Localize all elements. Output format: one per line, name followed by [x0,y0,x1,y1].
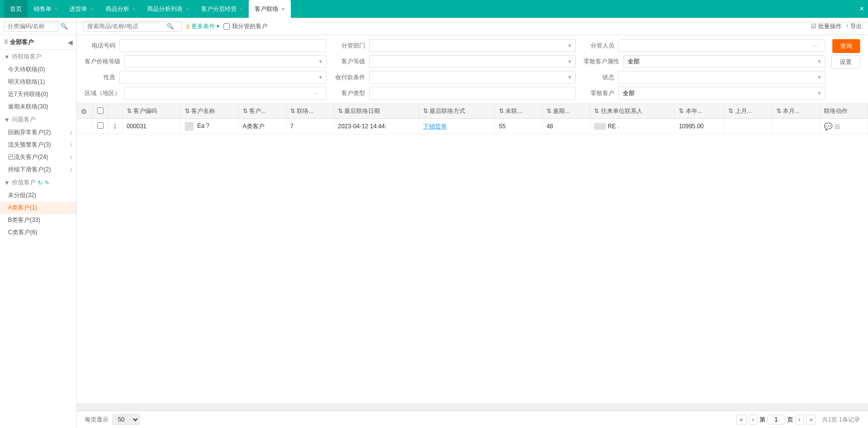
region-select[interactable]: ··· [124,87,326,100]
nav-tab-goods-analysis-label: 商品分析 [106,5,129,13]
value-section-edit-icon[interactable]: ✎ [45,179,50,186]
page-number-input[interactable] [767,415,785,425]
sidebar-search-icon[interactable]: 🔍 [60,23,68,30]
next-page-btn[interactable]: › [795,415,804,425]
region-dots-icon[interactable]: ··· [311,90,322,97]
sidebar-item-class-b[interactable]: B类客户(33) [0,214,76,226]
all-customers-label[interactable]: 全部客户 [10,38,34,47]
class-b-count: (33) [30,216,40,223]
grid-action-icon[interactable]: ⊞ [834,122,840,130]
sidebar-collapse-btn[interactable]: ◀ [68,39,72,46]
col-this-year-sort-icon: ⇅ [679,107,684,114]
search-submit-icon[interactable]: 🔍 [166,23,174,30]
more-filters-btn[interactable]: ⧖ 更多条件 ▾ [186,22,219,31]
sidebar-section-problem[interactable]: ▼ 问题客户 [0,113,76,126]
col-customer-code-header: ⇅ 客户编码 [122,104,180,119]
nature-select[interactable]: ▾ [119,71,326,84]
sidebar-section-value[interactable]: ▼ 价值客户 ↻ ✎ [0,176,76,189]
last-page-btn[interactable]: » [806,415,816,425]
sidebar-search-input[interactable] [4,21,58,32]
first-page-btn[interactable]: « [736,415,747,425]
col-last-contact-method-sort-icon: ⇅ [423,107,428,114]
col-customer-name-header: ⇅ 客户名称 [180,104,238,119]
retail-customer-select[interactable]: 全部 ▾ [618,87,825,100]
retail-attr-label: 零散客户属性 [584,57,623,66]
select-all-checkbox[interactable] [97,107,104,114]
col-no-contact-header: ⇅ 未联... [494,104,542,119]
nav-tab-sales-close[interactable]: × [54,6,57,12]
nav-tab-customer-contact-label: 客户联络 [255,5,278,13]
nav-tab-home[interactable]: 首页 [4,0,28,18]
chat-action-icon[interactable]: 💬 [824,122,832,130]
sidebar-item-declining[interactable]: 持续下滑客户(2) ℹ [0,163,76,176]
row-no-contact-cell: 55 [494,119,542,134]
sidebar-section-pending[interactable]: ▼ 待联络客户 [0,50,76,63]
sidebar-item-ungrouped[interactable]: 未分组(32) [0,189,76,202]
top-nav-close-all[interactable]: × [860,4,864,13]
col-contact-action-header: 联络动作 [819,104,868,119]
table-header-row: ⚙ ⇅ 客户编码 ⇅ 客户名称 ⇅ 客户... [77,104,868,119]
row-contact-action-cell: 💬 ⊞ [819,119,868,134]
phone-input[interactable] [119,39,326,52]
retail-customer-field: 零散客户 全部 ▾ [584,87,825,100]
horizontal-scrollbar[interactable] [77,404,868,411]
retail-attr-select[interactable]: 全部 ▾ [623,55,825,68]
manager-select[interactable]: ··· [618,39,825,52]
row-checkbox[interactable] [97,122,104,129]
table-settings-icon[interactable]: ⚙ [81,107,87,115]
nav-tab-goods-analysis-list[interactable]: 商品分析列表 × [141,0,195,18]
my-customers-filter: 我分管的客户 [223,22,268,31]
col-customer-type-sort-icon: ⇅ [243,107,248,114]
sidebar-item-churned[interactable]: 已流失客户(24) ℹ [0,151,76,163]
nature-arrow-icon: ▾ [319,74,322,81]
search-input[interactable] [87,23,166,30]
sidebar-item-class-c[interactable]: C类客户(6) [0,226,76,239]
value-section-refresh-icon[interactable]: ↻ [38,179,43,186]
payment-select[interactable]: ▾ [369,71,576,84]
customer-level-select[interactable]: ▾ [369,55,576,68]
class-c-count: (6) [30,229,38,236]
export-btn[interactable]: ↑ 导出 [846,22,862,31]
bottom-bar: 每页显示 50 100 200 « ‹ 第 页 › » 共1页 1条记录 [77,411,868,428]
more-filters-arrow-icon: ▾ [217,23,219,30]
query-button[interactable]: 查询 [832,39,860,53]
col-last-contact-date-header: ⇅ 最后联络日期 [334,104,419,119]
sidebar-item-class-a[interactable]: A类客户(1) [0,202,76,214]
price-level-field: 客户价格等级 ▾ [85,55,326,68]
nav-tab-goods-analysis-list-close[interactable]: × [186,6,189,12]
per-page-select[interactable]: 50 100 200 [112,414,140,425]
price-level-select[interactable]: ▾ [124,55,326,68]
customer-type-input[interactable] [369,87,576,100]
sidebar-item-today-pending[interactable]: 今天待联络(0) [0,63,76,76]
nav-tab-customer-contact[interactable]: 客户联络 × [249,0,290,18]
sidebar-item-churn-warning[interactable]: 流失预警客户(3) ℹ [0,139,76,151]
batch-operation-btn[interactable]: ☑ 批量操作 [811,22,842,31]
manager-dots-icon[interactable]: ··· [810,42,821,49]
sidebar-item-abnormal-repurchase[interactable]: 回购异常客户(2) ℹ [0,126,76,139]
sidebar-search-area: 🔍 [0,18,76,35]
col-this-month-header: ⇅ 本月... [772,104,819,119]
prev-page-btn[interactable]: ‹ [749,415,758,425]
nav-tab-customer-segment[interactable]: 客户分层经营 × [195,0,249,18]
status-label: 状态 [584,73,618,82]
nav-tab-purchase-close[interactable]: × [90,6,93,12]
sidebar-item-tomorrow-pending[interactable]: 明天待联络(1) [0,76,76,88]
my-customers-checkbox[interactable] [223,23,230,30]
setting-button[interactable]: 设置 [831,55,860,69]
status-select[interactable]: ▾ [618,71,825,84]
sidebar-item-overdue-pending[interactable]: 逾期未联络(30) [0,101,76,113]
col-overdue-header: ⇅ 逾期... [542,104,590,119]
sidebar-item-7day-pending[interactable]: 近7天待联络(0) [0,88,76,101]
filter-row-3: 性质 ▾ 收付款条件 ▾ [85,71,825,84]
col-customer-name-sort-icon: ⇅ [185,107,190,114]
batch-op-label: 批量操作 [818,22,842,31]
nav-tab-goods-analysis[interactable]: 商品分析 × [100,0,141,18]
row-last-contact-method[interactable]: 下销货单 [423,123,447,130]
nav-tab-customer-contact-close[interactable]: × [281,6,284,12]
row-last-contact-date-cell: 2023-04-12 14:44: [334,119,419,134]
dept-select[interactable]: ▾ [369,39,576,52]
nav-tab-goods-analysis-close[interactable]: × [132,6,135,12]
nav-tab-sales[interactable]: 销售单 × [28,0,63,18]
nav-tab-customer-segment-close[interactable]: × [240,6,243,12]
nav-tab-purchase[interactable]: 进货单 × [63,0,99,18]
